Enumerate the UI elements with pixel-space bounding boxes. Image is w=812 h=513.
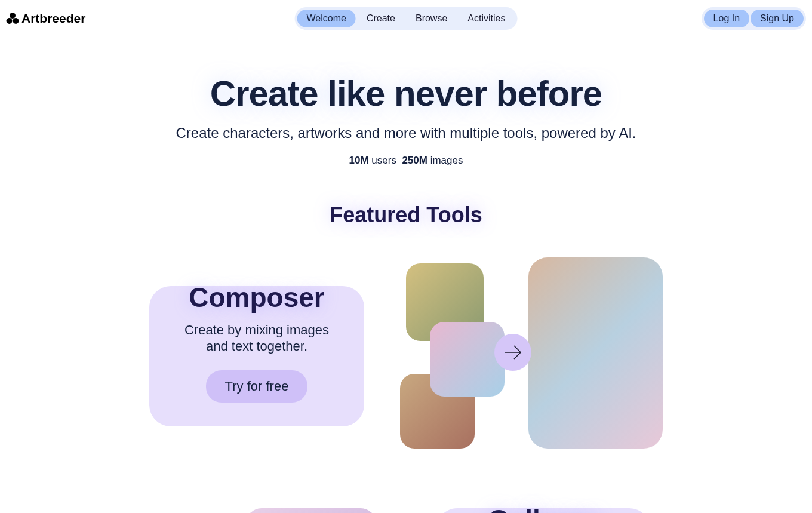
svg-point-2 — [13, 18, 19, 24]
svg-point-0 — [10, 13, 16, 19]
auth-group: Log In Sign Up — [702, 7, 806, 30]
hero-section: Create like never before Create characte… — [0, 73, 812, 167]
logo-icon — [6, 13, 19, 24]
svg-point-1 — [7, 18, 13, 24]
stats-line: 10M users 250M images — [12, 155, 800, 167]
brand-name: Artbreeder — [21, 11, 85, 26]
nav-activities[interactable]: Activities — [458, 10, 515, 27]
collager-row: Collager Create an image out of simple s… — [0, 508, 812, 513]
hero-subtitle: Create characters, artworks and more wit… — [12, 125, 800, 142]
brand-logo[interactable]: Artbreeder — [6, 11, 85, 26]
hero-title: Create like never before — [12, 73, 800, 114]
arrow-right-icon — [494, 334, 531, 371]
collager-output-image — [246, 508, 376, 513]
stat-images-label: images — [427, 155, 463, 166]
composer-title: Composer — [178, 281, 336, 314]
composer-input-image-2 — [430, 322, 505, 397]
stat-users-num: 10M — [349, 155, 369, 166]
login-button[interactable]: Log In — [704, 10, 749, 27]
composer-card: Composer Create by mixing images and tex… — [149, 286, 364, 426]
composer-try-button[interactable]: Try for free — [206, 370, 308, 403]
signup-button[interactable]: Sign Up — [751, 10, 804, 27]
collager-card: Collager Create an image out of simple s… — [436, 508, 651, 513]
nav-welcome[interactable]: Welcome — [297, 10, 356, 27]
main-nav: Welcome Create Browse Activities — [295, 7, 518, 30]
stat-images-num: 250M — [402, 155, 427, 166]
collager-visual — [161, 508, 376, 513]
stat-users-label: users — [369, 155, 396, 166]
nav-browse[interactable]: Browse — [406, 10, 457, 27]
featured-tools-heading: Featured Tools — [0, 202, 812, 228]
composer-visual — [400, 257, 663, 454]
composer-output-image — [528, 257, 663, 449]
composer-desc: Create by mixing images and text togethe… — [178, 322, 336, 355]
nav-create[interactable]: Create — [357, 10, 405, 27]
collager-title: Collager — [465, 503, 622, 513]
composer-row: Composer Create by mixing images and tex… — [0, 257, 812, 454]
